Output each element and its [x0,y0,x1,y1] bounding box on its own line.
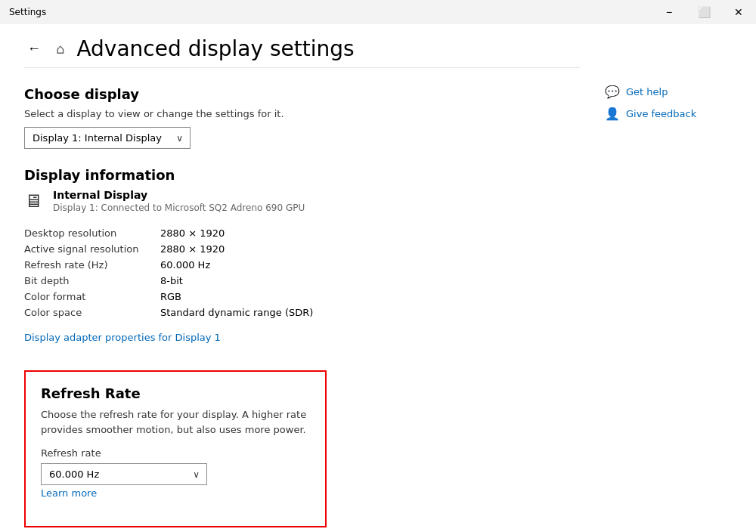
info-value-color-space: Standard dynamic range (SDR) [160,307,313,318]
settings-title: Settings [9,7,46,17]
info-label-refresh-rate: Refresh rate (Hz) [24,259,160,271]
get-help-icon: 💬 [605,85,620,99]
display-select[interactable]: Display 1: Internal Display [24,127,191,149]
learn-more-link[interactable]: Learn more [41,487,97,499]
page-title: Advanced display settings [76,36,354,61]
table-row: Active signal resolution 2880 × 1920 [24,241,581,257]
give-feedback-label: Give feedback [626,108,696,119]
table-row: Color space Standard dynamic range (SDR) [24,305,581,320]
give-feedback-link[interactable]: 👤 Give feedback [605,107,741,121]
info-label-color-format: Color format [24,291,160,302]
refresh-rate-title: Refresh Rate [41,385,310,401]
refresh-select-wrapper: 60.000 Hz ∨ [41,463,207,485]
maximize-button[interactable]: ⬜ [686,0,721,24]
display-adapter-link[interactable]: Display adapter properties for Display 1 [24,332,221,343]
info-value-refresh-rate: 60.000 Hz [160,259,210,271]
refresh-rate-label: Refresh rate [41,447,310,459]
info-value-bit-depth: 8-bit [160,275,183,286]
display-name: Internal Display [53,189,305,201]
get-help-label: Get help [626,86,668,97]
table-row: Refresh rate (Hz) 60.000 Hz [24,257,581,273]
display-info-table: Desktop resolution 2880 × 1920 Active si… [24,225,581,320]
info-value-desktop-res: 2880 × 1920 [160,227,225,239]
get-help-link[interactable]: 💬 Get help [605,85,741,99]
refresh-rate-description: Choose the refresh rate for your display… [41,407,310,437]
sidebar-right: 💬 Get help 👤 Give feedback [605,24,756,532]
display-select-wrapper: Display 1: Internal Display ∨ [24,127,191,149]
refresh-rate-section: Refresh Rate Choose the refresh rate for… [24,370,327,527]
info-label-color-space: Color space [24,307,160,318]
info-label-desktop-res: Desktop resolution [24,227,160,239]
table-row: Color format RGB [24,289,581,305]
back-button[interactable]: ← [24,38,44,60]
display-info-title: Display information [24,167,581,183]
close-button[interactable]: ✕ [721,0,756,24]
info-value-signal-res: 2880 × 1920 [160,243,225,255]
monitor-icon: 🖥 [24,190,42,212]
back-icon: ← [27,41,41,57]
table-row: Bit depth 8-bit [24,273,581,289]
info-label-signal-res: Active signal resolution [24,243,160,255]
display-subtitle: Display 1: Connected to Microsoft SQ2 Ad… [53,203,305,213]
choose-display-subtitle: Select a display to view or change the s… [24,108,581,119]
info-label-bit-depth: Bit depth [24,275,160,286]
give-feedback-icon: 👤 [605,107,620,121]
home-icon: ⌂ [56,41,64,57]
minimize-button[interactable]: − [652,0,686,24]
refresh-rate-select[interactable]: 60.000 Hz [41,463,207,485]
info-value-color-format: RGB [160,291,181,302]
choose-display-title: Choose display [24,86,581,102]
table-row: Desktop resolution 2880 × 1920 [24,225,581,241]
